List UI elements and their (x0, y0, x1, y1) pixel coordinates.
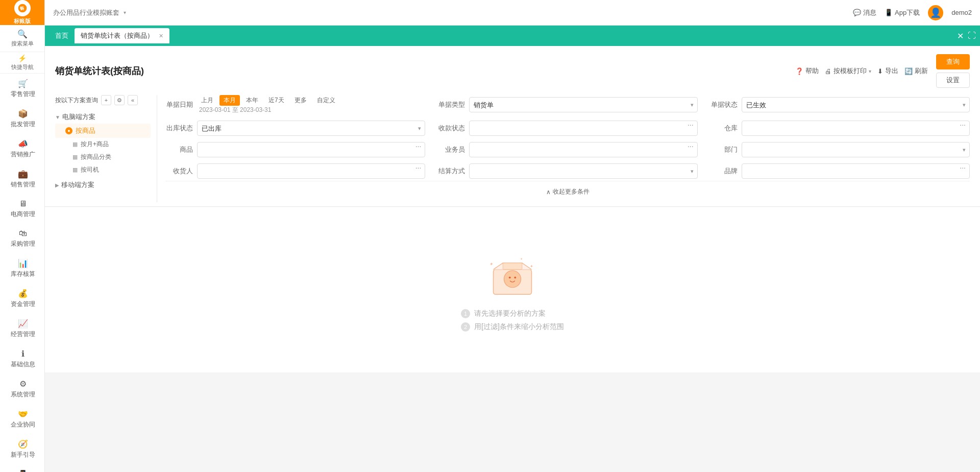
status-select[interactable]: 已生效 (742, 97, 970, 112)
sidebar-item-wholesale[interactable]: 📦 批发管理 (0, 104, 44, 134)
scheme-group-pc-label: 电脑端方案 (62, 112, 95, 122)
user-avatar[interactable]: 👤 (928, 5, 943, 20)
export-btn[interactable]: ⬇ 导出 (877, 66, 898, 76)
sidebar-item-inventory[interactable]: 📊 库存核算 (0, 253, 44, 284)
filter-warehouse-status: 出库状态 已出库 (165, 121, 425, 136)
tab-home[interactable]: 首页 (49, 28, 75, 43)
print-dropdown-icon[interactable]: ▾ (869, 68, 871, 74)
warehouse-dots[interactable]: ··· (960, 121, 966, 129)
app-download-btn[interactable]: 📱 App下载 (885, 8, 920, 17)
collection-status-dots[interactable]: ··· (688, 121, 694, 129)
enterprise-icon: 🤝 (18, 409, 28, 419)
scheme-item-goods-category[interactable]: ▦ 按商品分类 (55, 151, 151, 163)
date-tab-7days[interactable]: 近7天 (264, 95, 288, 106)
query-button[interactable]: 查询 (936, 54, 970, 69)
goods-dots[interactable]: ··· (415, 142, 422, 150)
sidebar-item-retail[interactable]: 🛒 零售管理 (0, 74, 44, 104)
sidebar-item-system[interactable]: ⚙ 系统管理 (0, 374, 44, 404)
sidebar-item-operations[interactable]: 📈 经营管理 (0, 314, 44, 344)
sidebar-item-ecommerce[interactable]: 🖥 电商管理 (0, 194, 44, 224)
sidebar-item-finance[interactable]: 💰 资金管理 (0, 284, 44, 314)
scheme-item-driver[interactable]: ▦ 按司机 (55, 163, 151, 176)
brand-dots[interactable]: ··· (960, 163, 966, 172)
salesperson-dots[interactable]: ··· (688, 142, 694, 150)
recipient-dots[interactable]: ··· (415, 163, 422, 172)
help-btn[interactable]: ❓ 帮助 (795, 66, 819, 76)
main-layout: 按以下方案查询 + ⚙ « ▼ 电脑端方案 ● 按商品 (55, 95, 970, 202)
sidebar-item-guide[interactable]: 🧭 新手引导 (0, 434, 44, 464)
sidebar-item-marketing[interactable]: 📣 营销推广 (0, 134, 44, 164)
filter-salesperson: 业务员 ··· (437, 142, 697, 157)
wholesale-icon: 📦 (18, 109, 28, 119)
department-label: 部门 (710, 145, 738, 154)
sidebar-item-enterprise[interactable]: 🤝 企业协同 (0, 404, 44, 434)
close-tab-icon[interactable]: ✕ (159, 33, 163, 39)
app-subtitle: 标账版 (14, 17, 31, 25)
sidebar-item-apps[interactable]: 📱 应用中心 (0, 464, 44, 472)
settings-button[interactable]: 设置 (936, 73, 970, 88)
svg-text:畅: 畅 (20, 6, 24, 11)
empty-tip-2: 2 用[过滤]条件来缩小分析范围 (461, 322, 564, 332)
salesperson-input[interactable] (469, 142, 697, 157)
date-tab-this-year[interactable]: 本年 (242, 95, 262, 106)
scheme-group-mobile-header[interactable]: ▶ 移动端方案 (55, 178, 151, 192)
type-select[interactable]: 销货单 (469, 97, 697, 112)
breadcrumb-dropdown-icon[interactable]: ▾ (124, 10, 126, 15)
settings-scheme-btn[interactable]: ⚙ (114, 95, 125, 105)
print-icon: 🖨 (825, 67, 831, 75)
apps-icon: 📱 (18, 469, 28, 472)
filter-warehouse: 仓库 ··· (710, 121, 970, 136)
brand-input[interactable] (742, 163, 970, 179)
quick-nav-item[interactable]: ⚡ 快捷导航 (0, 52, 44, 74)
print-btn[interactable]: 🖨 按模板打印 ▾ (825, 66, 871, 76)
user-name: demo2 (951, 9, 972, 16)
warehouse-status-select[interactable]: 已出库 (197, 121, 425, 136)
filter-department: 部门 (710, 142, 970, 157)
marketing-icon: 📣 (18, 139, 28, 149)
salesperson-label: 业务员 (437, 145, 465, 154)
collapse-scheme-btn[interactable]: « (128, 95, 138, 105)
settlement-select[interactable] (469, 163, 697, 179)
finance-icon: 💰 (18, 289, 28, 298)
header-breadcrumb: 办公用品行业模拟账套 ▾ (53, 8, 126, 17)
scheme-item-by-goods[interactable]: ● 按商品 (55, 124, 151, 138)
warehouse-input[interactable] (742, 121, 970, 136)
goods-input[interactable] (197, 142, 425, 157)
recipient-input[interactable] (197, 163, 425, 179)
date-tab-custom[interactable]: 自定义 (313, 95, 339, 106)
refresh-btn[interactable]: 🔄 刷新 (904, 66, 928, 76)
tab-sales-stats[interactable]: 销货单统计表（按商品） ✕ (75, 28, 169, 43)
scheme-item-month-goods[interactable]: ▦ 按月+商品 (55, 138, 151, 151)
date-tab-more[interactable]: 更多 (290, 95, 311, 106)
sidebar-item-basic-label: 基础信息 (11, 360, 35, 369)
sidebar-item-inventory-label: 库存核算 (11, 270, 35, 278)
maximize-icon[interactable]: ⛶ (968, 31, 976, 41)
refresh-label: 刷新 (915, 66, 928, 76)
collection-status-input[interactable] (469, 121, 697, 136)
filter-row-1: 单据日期 上月 本月 本年 近7天 更多 自定义 (165, 95, 970, 114)
filter-recipient: 收货人 ··· (165, 163, 425, 179)
message-btn[interactable]: 💬 消息 (853, 8, 876, 17)
date-tab-this-month[interactable]: 本月 (219, 95, 240, 106)
search-menu-item[interactable]: 🔍 搜索菜单 (0, 25, 44, 52)
svg-point-5 (509, 276, 511, 278)
sidebar-item-basic[interactable]: ℹ 基础信息 (0, 344, 44, 374)
date-tab-last-month[interactable]: 上月 (197, 95, 217, 106)
inventory-icon: 📊 (18, 258, 28, 268)
date-filter: 上月 本月 本年 近7天 更多 自定义 (197, 95, 425, 106)
department-select[interactable] (742, 142, 970, 157)
close-window-icon[interactable]: ✕ (957, 31, 964, 41)
sidebar-item-purchase[interactable]: 🛍 采购管理 (0, 224, 44, 253)
sidebar: 畅 标账版 🔍 搜索菜单 ⚡ 快捷导航 🛒 零售管理 📦 批发管理 📣 营销推广… (0, 0, 45, 472)
tip-num-1: 1 (461, 309, 470, 318)
sidebar-item-sales[interactable]: 💼 销售管理 (0, 164, 44, 194)
quick-nav-label: 快捷导航 (0, 63, 44, 71)
collapse-btn[interactable]: ∧ 收起更多条件 (540, 185, 596, 198)
breadcrumb-text: 办公用品行业模拟账套 (53, 8, 119, 17)
date-range-display: 2023-03-01 至 2023-03-31 (199, 106, 425, 114)
export-label: 导出 (885, 66, 898, 76)
message-icon: 💬 (853, 9, 861, 16)
sidebar-item-wholesale-label: 批发管理 (11, 120, 35, 129)
scheme-group-pc-header[interactable]: ▼ 电脑端方案 (55, 110, 151, 124)
add-scheme-btn[interactable]: + (101, 95, 111, 105)
